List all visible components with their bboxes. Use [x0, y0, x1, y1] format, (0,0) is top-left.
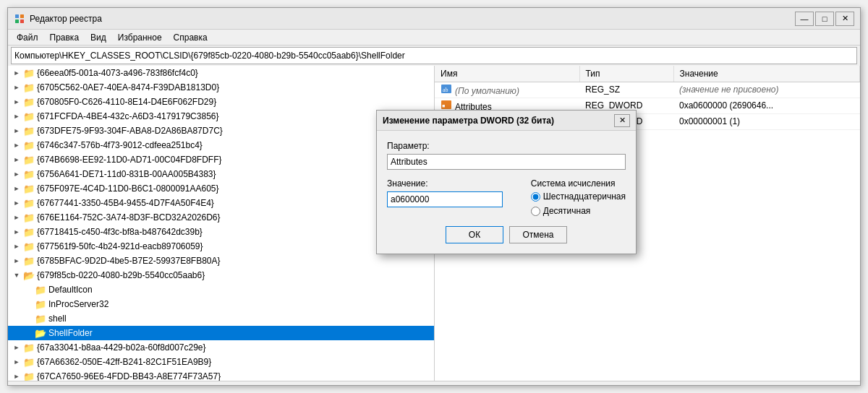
tree-label: {67CA7650-96E6-4FDD-BB43-A8E774F73A57}	[37, 371, 221, 381]
folder-icon: 📂	[34, 328, 47, 338]
expand-icon[interactable]	[22, 327, 34, 339]
value-input[interactable]	[387, 191, 503, 207]
tree-item[interactable]: ►📁{677561f9-50fc-4b24-921d-eacb89706059}	[8, 239, 434, 254]
tree-item[interactable]: ►📁{670805F0-C626-4110-8E14-D4E6F062FD29}	[8, 95, 434, 109]
menu-file[interactable]: Файл	[11, 31, 44, 44]
minimize-button[interactable]: —	[795, 12, 814, 26]
menu-favorites[interactable]: Избранное	[112, 31, 168, 44]
expand-icon[interactable]: ►	[11, 168, 22, 180]
tree-label: {670805F0-C626-4110-8E14-D4E6F062FD29}	[37, 97, 216, 107]
folder-icon: 📁	[22, 140, 35, 150]
close-button[interactable]: ✕	[835, 12, 854, 26]
expand-icon[interactable]: ►	[11, 125, 22, 137]
table-row[interactable]: ab(По умолчанию)REG_SZ(значение не присв…	[435, 82, 860, 98]
title-bar: Редактор реестра — □ ✕	[8, 8, 860, 30]
expand-icon[interactable]: ►	[11, 241, 22, 252]
tree-label: {679f85cb-0220-4080-b29b-5540cc05aab6}	[37, 270, 205, 280]
numbase-radio-group: Шестнадцатеричная Десятичная	[531, 191, 626, 216]
menu-edit[interactable]: Правка	[44, 31, 85, 44]
col-name[interactable]: Имя	[435, 66, 579, 82]
folder-icon: 📁	[22, 169, 35, 179]
tree-item[interactable]: ►📁{67CA7650-96E6-4FDD-BB43-A8E774F73A57}	[8, 369, 434, 381]
folder-icon: 📂	[22, 270, 35, 280]
expand-icon[interactable]: ►	[11, 255, 22, 267]
tree-item[interactable]: 📂ShellFolder	[8, 326, 434, 340]
tree-item[interactable]: ►📁{6746c347-576b-4f73-9012-cdfeea251bc4}	[8, 138, 434, 152]
tree-item[interactable]: ►📁{67677441-3350-45B4-9455-4D7F4A50F4E4}	[8, 196, 434, 210]
expand-icon[interactable]: ►	[11, 139, 22, 151]
window-controls: — □ ✕	[795, 12, 854, 26]
folder-icon: 📁	[22, 371, 35, 381]
tree-item[interactable]: ►📁{6756A641-DE71-11d0-831B-00AA005B4383}	[8, 167, 434, 181]
tree-label: shell	[48, 314, 67, 324]
tree-label: {6756A641-DE71-11d0-831B-00AA005B4383}	[37, 169, 216, 179]
value-name: ab(По умолчанию)	[435, 82, 579, 98]
tree-item[interactable]: ►📁{676E1164-752C-3A74-8D3F-BCD32A2026D6}	[8, 210, 434, 225]
tree-item[interactable]: ►📁{673DFE75-9F93-304F-ABA8-D2A86BA87D7C}	[8, 124, 434, 138]
folder-icon: 📁	[22, 97, 35, 107]
dialog-title-bar: Изменение параметра DWORD (32 бита) ✕	[377, 111, 636, 131]
address-bar[interactable]: Компьютер\HKEY_CLASSES_ROOT\CLSID\{679f8…	[11, 47, 857, 64]
expand-icon[interactable]: ►	[11, 67, 22, 79]
value-data: 0xa0600000 (2690646...	[673, 98, 860, 113]
tree-item[interactable]: ►📁{66eea0f5-001a-4073-a496-783f86fcf4c0}	[8, 66, 434, 80]
col-value[interactable]: Значение	[673, 66, 860, 82]
hex-radio[interactable]	[531, 192, 540, 202]
tree-item[interactable]: ►📁{67a33041-b8aa-4429-b02a-60f8d007c29e}	[8, 340, 434, 355]
folder-icon: 📁	[22, 111, 35, 121]
dialog-close-button[interactable]: ✕	[614, 114, 630, 127]
reg-type-icon: ab	[441, 84, 452, 94]
expand-icon[interactable]: ►	[11, 371, 22, 381]
dec-radio-label[interactable]: Десятичная	[531, 206, 626, 216]
expand-icon[interactable]: ►	[11, 226, 22, 238]
param-input[interactable]	[387, 154, 626, 170]
expand-icon[interactable]: ▼	[11, 269, 22, 281]
tree-item[interactable]: ►📁{67A66362-050E-42ff-B241-82C1F51EA9B9}	[8, 355, 434, 369]
expand-icon[interactable]: ►	[11, 356, 22, 368]
tree-item[interactable]: ►📁{674B6698-EE92-11D0-AD71-00C04FD8FDFF}	[8, 152, 434, 167]
dword-edit-dialog[interactable]: Изменение параметра DWORD (32 бита) ✕ Па…	[376, 110, 637, 254]
folder-icon: 📁	[22, 198, 35, 208]
tree-item[interactable]: ►📁{6705C562-0AE7-40EA-8474-F39DAB1813D0}	[8, 80, 434, 95]
tree-label: {66eea0f5-001a-4073-a496-783f86fcf4c0}	[37, 68, 198, 78]
expand-icon[interactable]	[22, 298, 34, 310]
svg-rect-3	[20, 20, 24, 23]
tree-item[interactable]: ►📁{671FCFDA-4BE4-432c-A6D3-4179179C3856}	[8, 109, 434, 124]
tree-label: {6785BFAC-9D2D-4be5-B7E2-59937E8FB80A}	[37, 256, 221, 266]
hex-radio-label[interactable]: Шестнадцатеричная	[531, 191, 626, 202]
folder-icon: 📁	[22, 183, 35, 194]
folder-icon: 📁	[22, 342, 35, 353]
tree-item[interactable]: 📁DefaultIcon	[8, 282, 434, 297]
cancel-button[interactable]: Отмена	[509, 226, 567, 243]
expand-icon[interactable]: ►	[11, 154, 22, 165]
menu-help[interactable]: Справка	[168, 31, 213, 44]
expand-icon[interactable]: ►	[11, 96, 22, 108]
expand-icon[interactable]: ►	[11, 342, 22, 353]
folder-icon: 📁	[34, 299, 47, 309]
tree-item[interactable]: ▼📂{679f85cb-0220-4080-b29b-5540cc05aab6}	[8, 268, 434, 282]
menu-view[interactable]: Вид	[85, 31, 112, 44]
svg-rect-1	[20, 14, 24, 18]
col-type[interactable]: Тип	[579, 66, 673, 82]
folder-icon: 📁	[34, 285, 47, 295]
expand-icon[interactable]: ►	[11, 82, 22, 93]
expand-icon[interactable]	[22, 313, 34, 324]
menu-bar: Файл Правка Вид Избранное Справка	[8, 30, 860, 46]
expand-icon[interactable]	[22, 284, 34, 295]
tree-item[interactable]: 📁InProcServer32	[8, 297, 434, 311]
tree-item[interactable]: ►📁{675F097E-4C4D-11D0-B6C1-0800091AA605}	[8, 181, 434, 196]
tree-item[interactable]: 📁shell	[8, 311, 434, 326]
expand-icon[interactable]: ►	[11, 183, 22, 194]
maximize-button[interactable]: □	[815, 12, 834, 26]
registry-tree[interactable]: ►📁{66eea0f5-001a-4073-a496-783f86fcf4c0}…	[8, 66, 435, 381]
ok-button[interactable]: ОК	[446, 226, 503, 243]
expand-icon[interactable]: ►	[11, 197, 22, 209]
tree-label: {67718415-c450-4f3c-bf8a-b487642dc39b}	[37, 227, 203, 237]
tree-item[interactable]: ►📁{6785BFAC-9D2D-4be5-B7E2-59937E8FB80A}	[8, 254, 434, 268]
expand-icon[interactable]: ►	[11, 212, 22, 223]
expand-icon[interactable]: ►	[11, 111, 22, 122]
dec-radio[interactable]	[531, 207, 540, 216]
tree-item[interactable]: ►📁{67718415-c450-4f3c-bf8a-b487642dc39b}	[8, 225, 434, 239]
folder-icon: 📁	[22, 241, 35, 251]
hex-radio-text: Шестнадцатеричная	[543, 191, 626, 202]
